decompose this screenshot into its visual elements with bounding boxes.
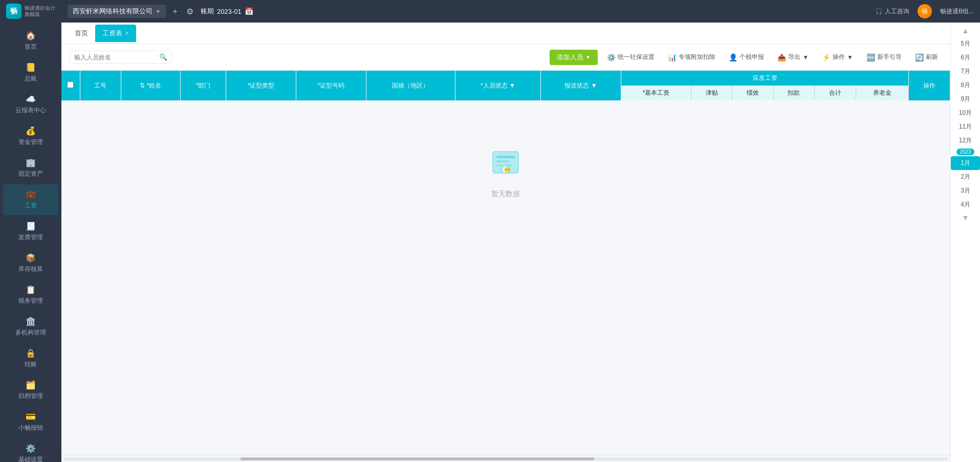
sidebar-item-archive[interactable]: 🗂️ 归档管理 (3, 375, 58, 406)
add-person-label: 添加人员 (557, 53, 583, 62)
add-person-button[interactable]: 添加人员 ▼ (550, 50, 598, 65)
svg-rect-1 (496, 156, 515, 158)
service-button[interactable]: 🎧 人工咨询 (875, 7, 909, 16)
tab-bar: 首页 工资表 × (61, 23, 950, 44)
tab-home[interactable]: 首页 (68, 25, 95, 42)
sidebar-item-label: 总账 (25, 74, 37, 83)
sidebar-item-label: 固定资产 (18, 170, 43, 178)
filter-status-icon[interactable]: ▼ (509, 82, 515, 89)
tax-icon: 📋 (26, 285, 36, 295)
month-item-5[interactable]: 5月 (951, 37, 980, 51)
operations-action[interactable]: ⚡ 操作 ▼ (818, 51, 857, 64)
th-performance: 绩效 (732, 86, 773, 100)
th-total: 合计 (815, 86, 856, 100)
month-panel-down[interactable]: ▼ (960, 212, 971, 224)
username: 畅捷通B组... (940, 7, 974, 16)
top-header: 畅 畅捷通好会计 旗舰版 西安虾米网络科技有限公司 ▼ ＋ ⚙ 账期 2023-… (0, 0, 980, 23)
month-item-4[interactable]: 4月 (951, 198, 980, 212)
company-selector[interactable]: 西安虾米网络科技有限公司 ▼ (68, 5, 166, 18)
filter-report-icon[interactable]: ▼ (591, 82, 597, 89)
period-value: 2023-01 (217, 8, 242, 15)
sidebar-item-settings[interactable]: ⚙️ 基础设置 (3, 438, 58, 462)
th-base-salary: *基本工资 (621, 86, 691, 100)
user-avatar[interactable]: 畅 (918, 4, 932, 18)
sidebar-item-multi[interactable]: 🏛️ 多机构管理 (3, 311, 58, 342)
invoice-icon: 🧾 (26, 221, 36, 231)
sidebar-item-home[interactable]: 🏠 首页 (3, 26, 58, 56)
tab-salary-table[interactable]: 工资表 × (95, 25, 136, 42)
company-name: 西安虾米网络科技有限公司 (73, 7, 153, 16)
settings-icon[interactable]: ⚙ (186, 7, 193, 16)
horizontal-scrollbar[interactable] (61, 455, 950, 462)
sidebar-item-invoice[interactable]: 🧾 发票管理 (3, 216, 58, 247)
operations-label: 操作 (833, 53, 845, 61)
app-logo-icon: 畅 (6, 4, 21, 19)
calendar-icon[interactable]: 📅 (245, 7, 253, 15)
personal-tax-icon: 👤 (729, 53, 737, 61)
month-item-6[interactable]: 6月 (951, 51, 980, 65)
close-period-icon: 🔒 (26, 348, 36, 358)
month-item-12[interactable]: 12月 (951, 134, 980, 148)
guide-action[interactable]: 🆕 新手引导 (862, 51, 906, 64)
sidebar-item-label: 税务管理 (18, 297, 43, 305)
month-panel-up[interactable]: ▲ (960, 25, 971, 37)
th-emp-no: 工号 (80, 71, 121, 100)
tab-home-label: 首页 (75, 29, 88, 38)
app-name: 畅捷通好会计 旗舰版 (25, 5, 55, 17)
sidebar-item-assets[interactable]: 🏢 固定资产 (3, 153, 58, 183)
th-report-status: 报送状态 ▼ (540, 71, 621, 100)
month-item-3[interactable]: 3月 (951, 184, 980, 198)
inventory-icon: 📦 (26, 253, 36, 263)
scroll-thumb[interactable] (241, 457, 595, 460)
salary-table: 工号 ⇅ *姓名 *部门 *证型类型 *证型号码 国籍（地区） *人员状态 ▼ … (61, 71, 950, 240)
add-button[interactable]: ＋ (171, 6, 179, 17)
th-status: *人员状态 ▼ (455, 71, 541, 100)
special-deduction-action[interactable]: 📊 专项附加扣除 (664, 51, 720, 64)
month-item-2[interactable]: 2月 (951, 170, 980, 184)
sidebar-item-label: 云报表中心 (15, 106, 46, 115)
sidebar-item-tax[interactable]: 📋 税务管理 (3, 280, 58, 310)
sidebar-item-ledger[interactable]: 📒 总账 (3, 57, 58, 88)
month-item-1[interactable]: 1月 (951, 156, 980, 170)
period-info: 账期 2023-01 📅 (201, 7, 253, 16)
search-input[interactable] (74, 54, 159, 61)
sidebar-item-expense[interactable]: 💳 小畅报销 (3, 407, 58, 437)
operations-icon: ⚡ (822, 53, 831, 61)
sidebar-item-cloud[interactable]: ☁️ 云报表中心 (3, 89, 58, 120)
multi-icon: 🏛️ (26, 317, 36, 326)
th-nationality: 国籍（地区） (366, 71, 455, 100)
service-label: 人工咨询 (885, 7, 909, 16)
sidebar-item-label: 归档管理 (18, 392, 43, 401)
sidebar-item-label: 工资 (25, 201, 37, 210)
cloud-icon: ☁️ (26, 94, 36, 104)
export-icon: 📤 (777, 53, 786, 61)
sidebar-item-salary[interactable]: 💼 工资 (3, 184, 58, 215)
logo-area: 畅 畅捷通好会计 旗舰版 (6, 4, 68, 19)
sidebar-item-fund[interactable]: 💰 资金管理 (3, 121, 58, 152)
export-action[interactable]: 📤 导出 ▼ (773, 51, 813, 64)
scroll-track[interactable] (63, 457, 948, 460)
personal-tax-action[interactable]: 👤 个税申报 (725, 51, 768, 64)
guide-label: 新手引导 (877, 53, 902, 61)
assets-icon: 🏢 (26, 158, 36, 167)
select-all-checkbox[interactable] (67, 81, 74, 88)
tab-close-icon[interactable]: × (125, 30, 129, 37)
month-item-8[interactable]: 8月 (951, 78, 980, 92)
th-salary-group: 应发工资 (621, 71, 909, 86)
month-item-10[interactable]: 10月 (951, 106, 980, 120)
ledger-icon: 📒 (26, 62, 36, 72)
home-icon: 🏠 (26, 31, 36, 40)
period-label: 账期 (201, 7, 214, 16)
month-item-11[interactable]: 11月 (951, 120, 980, 134)
social-security-action[interactable]: ⚙️ 统一社保设置 (603, 51, 659, 64)
month-item-7[interactable]: 7月 (951, 65, 980, 78)
month-item-9[interactable]: 9月 (951, 92, 980, 106)
svg-text:😶: 😶 (504, 166, 511, 173)
expense-icon: 💳 (26, 412, 36, 422)
th-checkbox[interactable] (61, 71, 80, 100)
sidebar-item-inventory[interactable]: 📦 库存核算 (3, 248, 58, 279)
refresh-action[interactable]: 🔄 刷新 (911, 51, 942, 64)
sidebar-item-close[interactable]: 🔒 结账 (3, 343, 58, 374)
svg-rect-2 (496, 160, 510, 162)
chevron-down-icon: ▼ (156, 9, 161, 14)
